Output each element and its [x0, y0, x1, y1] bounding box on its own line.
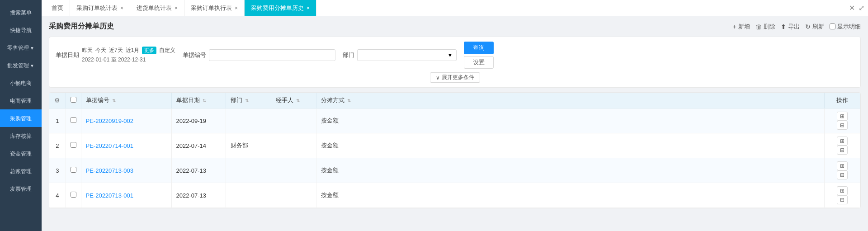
query-button[interactable]: 查询 — [464, 42, 494, 54]
row-method-3: 按金额 — [316, 158, 824, 183]
sidebar-item-ecommerce[interactable]: 电商管理 — [0, 92, 42, 109]
sidebar-item-label: 搜索菜单 — [2, 9, 40, 17]
th-method: 分摊方式 ⇅ — [316, 93, 824, 108]
row-handler-3 — [271, 158, 316, 183]
show-columns-label[interactable]: 显示明细 — [830, 23, 861, 31]
date-more[interactable]: 更多 — [142, 47, 156, 54]
tab-label: 进货单统计表 — [137, 0, 172, 16]
select-all-checkbox[interactable] — [71, 97, 76, 103]
th-checkbox — [66, 93, 81, 108]
row-handler-2 — [271, 133, 316, 158]
th-date-sort[interactable]: ⇅ — [203, 98, 206, 103]
tab-purchase-order-exec[interactable]: 采购订单执行表× — [184, 0, 245, 16]
table-row: 2 PE-20220714-001 2022-07-14 财务部 按金额 ⊞ ⊟ — [49, 133, 860, 158]
table-row: 1 PE-20220919-002 2022-09-19 按金额 ⊞ ⊟ — [49, 108, 860, 133]
expand-more-area: ∨ 展开更多条件 — [56, 72, 854, 83]
row-checkbox-1[interactable] — [71, 117, 76, 123]
th-method-label: 分摊方式 — [321, 97, 344, 104]
row-method-2: 按金额 — [316, 133, 824, 158]
table-body: 1 PE-20220919-002 2022-09-19 按金额 ⊞ ⊟ 2 P… — [49, 108, 860, 208]
sidebar-item-mini-shop[interactable]: 小畅电商 — [0, 74, 42, 92]
sidebar-item-inventory[interactable]: 库存核算 — [0, 127, 42, 145]
row-bill-no-link-3[interactable]: PE-20220713-003 — [86, 167, 134, 174]
th-bill-no-sort[interactable]: ⇅ — [112, 98, 116, 103]
row-bill-no-3: PE-20220713-003 — [81, 158, 171, 183]
action-btn-delete[interactable]: 🗑删除 — [755, 23, 775, 31]
tab-close-icon[interactable]: × — [235, 0, 238, 16]
bill-no-input[interactable] — [209, 49, 335, 61]
settings-gear-icon[interactable]: ⚙ — [54, 97, 60, 104]
sidebar-item-label: 资金管理 — [2, 150, 40, 158]
row-bill-no-4: PE-20220713-001 — [81, 183, 171, 208]
row-view-btn-4[interactable]: ⊞ — [837, 186, 848, 195]
expand-window-icon[interactable]: ⤢ — [859, 4, 864, 12]
row-dept-1 — [226, 108, 271, 133]
sidebar-item-retail[interactable]: 零售管理▼ — [0, 39, 42, 57]
row-no-4: 4 — [49, 183, 66, 208]
row-view-btn-1[interactable]: ⊞ — [837, 112, 848, 121]
th-dept-label: 部门 — [231, 97, 242, 104]
row-checkbox-3[interactable] — [71, 167, 76, 173]
close-window-icon[interactable]: ✕ — [849, 4, 855, 12]
date-1month[interactable]: 近1月 — [126, 47, 140, 54]
sidebar-item-quick-nav[interactable]: 快捷导航 — [0, 21, 42, 39]
tab-purchase-order-stat[interactable]: 采购订单统计表× — [70, 0, 130, 16]
row-checkbox-4[interactable] — [71, 192, 76, 198]
th-handler-sort[interactable]: ⇅ — [296, 98, 300, 103]
show-columns-checkbox[interactable] — [830, 24, 835, 29]
sidebar-item-search[interactable]: 搜索菜单 — [0, 4, 42, 21]
date-7days[interactable]: 近7天 — [109, 47, 123, 54]
expand-more-icon: ∨ — [436, 75, 440, 81]
sidebar-arrow-icon: ▼ — [30, 63, 34, 68]
row-no-3: 3 — [49, 158, 66, 183]
expand-more-label: 展开更多条件 — [442, 74, 474, 81]
dept-select[interactable]: ▼ — [357, 49, 457, 61]
row-more-btn-1[interactable]: ⊟ — [837, 121, 848, 130]
data-table: ⚙ 单据编号 ⇅ 单据日期 ⇅ — [49, 93, 860, 208]
date-shortcuts: 昨天 今天 近7天 近1月 更多 自定义 — [82, 47, 175, 54]
row-more-btn-2[interactable]: ⊟ — [837, 146, 848, 155]
sidebar: 搜索菜单快捷导航零售管理▼批发管理▼小畅电商电商管理采购管理库存核算资金管理总账… — [0, 0, 42, 231]
refresh-label: 刷新 — [812, 23, 824, 31]
export-icon: ⬆ — [781, 23, 786, 30]
th-method-sort[interactable]: ⇅ — [347, 98, 351, 103]
main-content: 首页采购订单统计表×进货单统计表×采购订单执行表×采购费用分摊单历史× ✕ ⤢ … — [42, 0, 868, 231]
date-custom[interactable]: 自定义 — [159, 47, 175, 54]
sidebar-item-ledger[interactable]: 总账管理 — [0, 162, 42, 180]
tab-bar-actions: ✕ ⤢ — [849, 4, 864, 12]
settings-button[interactable]: 设置 — [464, 56, 494, 69]
filter-area: 单据日期 昨天 今天 近7天 近1月 更多 自定义 2022-01-01 — [49, 37, 861, 88]
row-view-btn-2[interactable]: ⊞ — [837, 137, 848, 146]
row-more-btn-3[interactable]: ⊟ — [837, 170, 848, 179]
data-table-wrapper: ⚙ 单据编号 ⇅ 单据日期 ⇅ — [49, 92, 861, 208]
row-actions-1: ⊞ ⊟ — [824, 108, 860, 133]
row-bill-no-link-1[interactable]: PE-20220919-002 — [86, 118, 134, 124]
sidebar-item-label: 库存核算 — [2, 132, 40, 140]
th-dept-sort[interactable]: ⇅ — [245, 98, 249, 103]
row-checkbox-cell-3 — [66, 158, 81, 183]
tab-purchase-cost-split[interactable]: 采购费用分摊单历史× — [245, 0, 316, 16]
date-today[interactable]: 今天 — [95, 47, 106, 54]
sidebar-item-finance[interactable]: 资金管理 — [0, 145, 42, 162]
date-range-sep: 至 — [111, 57, 118, 63]
tab-home[interactable]: 首页 — [45, 0, 70, 16]
sidebar-item-invoice[interactable]: 发票管理 — [0, 180, 42, 198]
date-yesterday[interactable]: 昨天 — [82, 47, 93, 54]
row-view-btn-3[interactable]: ⊞ — [837, 161, 848, 170]
row-more-btn-4[interactable]: ⊟ — [837, 195, 848, 204]
row-date-1: 2022-09-19 — [171, 108, 226, 133]
action-btn-export[interactable]: ⬆导出 — [781, 23, 800, 31]
expand-more-button[interactable]: ∨ 展开更多条件 — [430, 72, 480, 83]
tab-close-icon[interactable]: × — [120, 0, 123, 16]
row-bill-no-link-4[interactable]: PE-20220713-001 — [86, 192, 134, 199]
tab-close-icon[interactable]: × — [175, 0, 178, 16]
sidebar-item-purchase[interactable]: 采购管理 — [0, 109, 42, 127]
action-btn-refresh[interactable]: ↻刷新 — [805, 23, 824, 31]
tab-close-icon[interactable]: × — [307, 0, 310, 16]
tab-incoming-stat[interactable]: 进货单统计表× — [130, 0, 184, 16]
sidebar-item-wholesale[interactable]: 批发管理▼ — [0, 57, 42, 74]
row-bill-no-link-2[interactable]: PE-20220714-001 — [86, 142, 134, 149]
action-btn-add[interactable]: +新增 — [733, 23, 750, 31]
sidebar-item-label: 小畅电商 — [2, 80, 40, 87]
row-checkbox-2[interactable] — [71, 142, 76, 148]
